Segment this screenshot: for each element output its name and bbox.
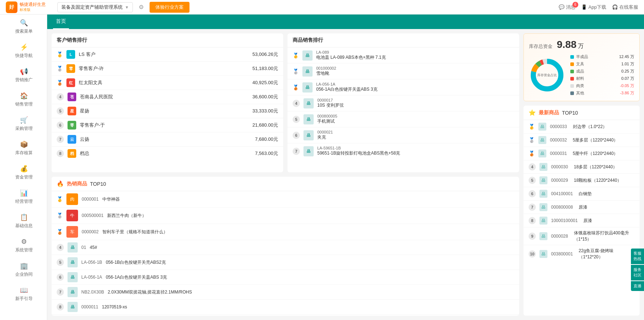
list-item: 🥈 牛 000500001 新西兰牛肉（新牛）	[52, 208, 519, 224]
table-row: 🥇 品 LA-089 电池盖 LA-089 ABS本色+黑种 7.1克	[288, 48, 519, 63]
rank-number: 6	[529, 190, 536, 197]
system-selector[interactable]: 装备及固定资产辅助管理系统 ▼	[57, 2, 133, 12]
sidebar-item-finance[interactable]: 💰 资金管理	[0, 160, 47, 185]
sidebar-item-guide[interactable]: 📖 新手引导	[0, 282, 47, 306]
box-icon: 📦	[20, 140, 28, 148]
sidebar-guide-label: 新手引导	[15, 296, 33, 302]
product-icon: 品	[539, 176, 547, 184]
gear-icon[interactable]: ⚙	[137, 2, 145, 12]
product-name: 056-1A白色按键开关盖ABS 3克	[316, 86, 514, 93]
product-code: 01	[81, 245, 86, 250]
list-item: 🥇 肉 0000001 中华神器	[52, 191, 519, 208]
customer-amount: 21,680.00元	[252, 122, 278, 128]
newest-products-title: 最新商品	[539, 110, 559, 116]
rank-number: 5	[57, 259, 64, 266]
customer-service-button[interactable]: 客服热线	[631, 249, 644, 264]
topbar-right: 💬 消息 6 📱 App下载 🎧 在线客服	[559, 4, 638, 11]
product-name: 雪地靴	[316, 70, 514, 77]
medal-silver-icon: 🥈	[57, 66, 63, 71]
newest-products-subtitle: TOP10	[562, 110, 578, 116]
avatar: 档	[68, 149, 76, 158]
sidebar-operation-label: 经营管理	[15, 198, 33, 205]
rank-number: 9	[529, 233, 536, 240]
list-item: 4 品 0000030 18多层（1220*2440）	[523, 160, 640, 174]
product-code: 0000029	[551, 178, 568, 183]
legend-label: 半成品	[576, 54, 617, 60]
product-code: 0000028	[551, 234, 568, 239]
product-code: 0000002	[82, 229, 99, 234]
sidebar-item-enterprise[interactable]: 🏢 企业协同	[0, 258, 47, 282]
sidebar-nav-label: 快捷导航	[15, 53, 33, 59]
sidebar-item-purchase[interactable]: 🛒 采购管理	[0, 112, 47, 136]
trial-button[interactable]: 体验行业方案	[150, 2, 189, 13]
table-row: 4 品 0000017 10S 变利罗弦	[288, 95, 519, 111]
sidebar-item-sales[interactable]: 🏠 销售管理	[0, 87, 47, 112]
list-item: 7 品 NB2.0X30B 2.0X30MM双搓花轴,搓花直径2.1MM/ROH…	[52, 285, 519, 300]
sidebar-item-marketing[interactable]: 📢 营销推广	[0, 63, 47, 87]
table-row: 4 苍 苍南县人民医院 36,600.00元	[52, 90, 283, 104]
product-code: LA-056-1B	[81, 260, 102, 265]
live-stream-button[interactable]: 直播	[631, 281, 644, 291]
online-service-button[interactable]: 🎧 在线客服	[612, 4, 638, 11]
product-code: 0000030	[551, 164, 568, 169]
rank-number: 8	[529, 217, 536, 224]
list-item: 8 品 10000100001 原漆	[523, 214, 640, 227]
app-download-button[interactable]: 📱 App下载	[581, 4, 606, 11]
sidebar-marketing-label: 营销推广	[15, 77, 33, 83]
list-item: 🥉 车 0000002 智利车子里（规格不知道填什么）	[52, 224, 519, 240]
legend-dot	[570, 62, 574, 66]
logo-sub: 标准版	[20, 7, 46, 12]
list-item: 6 品 LA-056-1A 056-1A白色按键开关盖ABS 3克	[52, 270, 519, 285]
legend-dot	[570, 77, 574, 81]
logo-area: 好 畅捷通好生意 标准版	[6, 1, 53, 13]
list-item: 🥈 品 0000032 5厘多层（1220*2440）	[523, 134, 640, 147]
customer-ranking-header: 客户销售排行	[52, 33, 283, 48]
table-row: 8 档 档总 7,563.00元	[52, 147, 283, 160]
inventory-unit: 万	[578, 43, 584, 49]
product-name: 45#	[90, 245, 514, 250]
product-name: 056-1B白色按键开关壳ABS2克	[106, 259, 514, 266]
customer-ranking-card: 客户销售排行 🥇 L LS 客户 53,006.26元	[52, 33, 283, 172]
customer-name: 零售客户-于	[80, 122, 249, 128]
legend-value: 1.01 万	[621, 61, 634, 67]
inventory-legend: 半成品 12.45 万 文具 1.01 万 成品 0	[570, 54, 634, 96]
product-code: 000800008	[551, 205, 573, 210]
rank-number: 7	[57, 136, 64, 143]
sidebar-purchase-label: 采购管理	[15, 126, 33, 132]
home-tab[interactable]: 首页	[53, 15, 69, 29]
logo-text: 畅捷通好生意	[20, 2, 46, 8]
list-item: 9 品 0000028 体饿嘉枚味苏打饮品400毫升（1*15）	[523, 227, 640, 245]
product-icon: 品	[303, 146, 314, 156]
product-name: 原漆	[579, 204, 635, 210]
service-community-button[interactable]: 服务社区	[631, 265, 644, 280]
sidebar-item-operation[interactable]: 📊 经营管理	[0, 185, 47, 209]
legend-item-other: 其他 -3.86 万	[570, 90, 634, 96]
chart-icon: 📊	[20, 189, 28, 197]
product-code: 0000021	[317, 130, 514, 134]
sidebar-base-label: 基础信息	[15, 223, 33, 229]
customer-name: 零售客户-许	[79, 65, 249, 72]
newest-products-header: ⭐ 最新商品 TOP10	[523, 106, 640, 120]
app-label: App下载	[588, 4, 606, 11]
legend-dot	[570, 70, 574, 73]
product-thumbnail: 牛	[66, 210, 78, 221]
product-name: 新西兰牛肉（新牛）	[107, 213, 514, 219]
product-name: 手机测试	[317, 118, 514, 124]
fire-icon: 🔥	[57, 180, 64, 187]
sidebar-item-nav[interactable]: ⚡ 快捷导航	[0, 39, 47, 63]
sidebar-item-inventory[interactable]: 📦 库存核算	[0, 136, 47, 160]
message-button[interactable]: 💬 消息 6	[559, 4, 575, 11]
list-item: 5 品 0000029 18颗粒板（1220*2440）	[523, 174, 640, 187]
sidebar-item-search[interactable]: 🔍 搜索菜单	[0, 15, 47, 39]
table-row: 🥈 零 零售客户-许 51,183.00元	[52, 62, 283, 76]
table-row: 🥇 L LS 客户 53,006.26元	[52, 48, 283, 62]
product-name: 夹克	[317, 134, 514, 140]
sidebar-item-base[interactable]: 📋 基础信息	[0, 209, 47, 233]
sidebar-item-system[interactable]: ⚙ 系统管理	[0, 233, 47, 258]
hot-products-list: 🥇 肉 0000001 中华神器 🥈 牛 000500001 新西兰牛肉（新牛）	[52, 191, 519, 316]
sidebar-inventory-label: 库存核算	[15, 150, 33, 156]
legend-value: -3.86 万	[620, 90, 634, 96]
medal-gold-icon: 🥇	[57, 196, 63, 202]
product-icon: 品	[539, 190, 547, 198]
legend-dot	[570, 84, 574, 88]
